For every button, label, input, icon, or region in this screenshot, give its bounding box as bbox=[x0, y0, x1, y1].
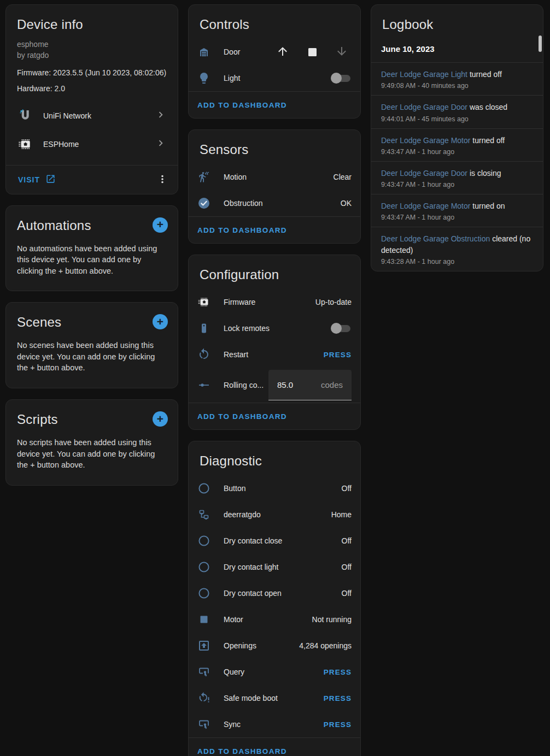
circle-outline-icon bbox=[197, 587, 210, 600]
logbook-entry: Deer Lodge Garage Light turned off 9:49:… bbox=[371, 62, 543, 95]
open-in-new-icon bbox=[45, 174, 56, 186]
sensor-value: OK bbox=[341, 199, 352, 208]
diag-row-openings[interactable]: Openings 4,284 openings bbox=[189, 633, 360, 659]
entity-link[interactable]: Deer Lodge Garage Door bbox=[381, 169, 467, 178]
logbook-timestamp: 9:43:28 AM - 1 hour ago bbox=[381, 258, 533, 265]
gesture-tap-icon bbox=[197, 665, 210, 678]
entity-link[interactable]: Deer Lodge Garage Door bbox=[381, 103, 467, 111]
add-scene-button[interactable]: + bbox=[153, 314, 168, 329]
rolling-code-unit: codes bbox=[321, 380, 343, 389]
controls-title: Controls bbox=[189, 5, 360, 39]
gesture-tap-icon bbox=[197, 718, 210, 731]
scripts-title: Scripts bbox=[6, 400, 69, 434]
control-row-light: Light bbox=[189, 65, 360, 91]
firmware-status: Up-to-date bbox=[315, 298, 352, 306]
lightbulb-icon bbox=[197, 72, 210, 85]
logbook-scrollbar[interactable] bbox=[539, 36, 542, 52]
lock-remotes-toggle[interactable] bbox=[331, 323, 352, 334]
logbook-timestamp: 9:49:08 AM - 40 minutes ago bbox=[381, 82, 533, 90]
door-open-button[interactable] bbox=[276, 45, 289, 58]
circle-outline-icon bbox=[197, 482, 210, 495]
scenes-title: Scenes bbox=[6, 303, 72, 336]
entity-link[interactable]: Deer Lodge Garage Light bbox=[381, 70, 467, 79]
scripts-empty-text: No scripts have been added using this de… bbox=[6, 434, 178, 485]
esphome-chip-icon bbox=[197, 296, 210, 309]
control-row-door: Door bbox=[189, 39, 360, 65]
diagnostic-card: Diagnostic Button Off bbox=[188, 441, 361, 756]
configuration-card: Configuration Firmware Up-to-date bbox=[188, 255, 361, 430]
restart-alert-icon bbox=[197, 692, 210, 705]
entity-link[interactable]: Deer Lodge Garage Motor bbox=[381, 202, 470, 210]
integration-esphome[interactable]: ESPHome bbox=[6, 130, 178, 158]
automations-title: Automations bbox=[6, 206, 102, 240]
light-toggle[interactable] bbox=[331, 73, 352, 84]
integration-unifi-network[interactable]: UniFi Network bbox=[6, 102, 178, 130]
door-stop-button[interactable] bbox=[306, 45, 319, 58]
sensor-value: Clear bbox=[333, 173, 352, 181]
device-hardware: Hardware: 2.0 bbox=[6, 84, 178, 93]
diag-row-query: Query PRESS bbox=[189, 659, 360, 685]
esphome-icon bbox=[17, 136, 33, 152]
config-row-firmware[interactable]: Firmware Up-to-date bbox=[189, 289, 360, 315]
config-row-restart: Restart PRESS bbox=[189, 341, 360, 368]
entity-link[interactable]: Deer Lodge Garage Motor bbox=[381, 136, 470, 145]
remote-icon bbox=[197, 322, 210, 335]
left-column: Device info esphome by ratgdo Firmware: … bbox=[5, 4, 178, 486]
sensor-row-obstruction[interactable]: Obstruction OK bbox=[189, 190, 360, 216]
device-firmware: Firmware: 2023.5.5 (Jun 10 2023, 08:02:0… bbox=[6, 68, 178, 77]
scripts-card: Scripts + No scripts have been added usi… bbox=[5, 399, 178, 486]
slider-icon bbox=[197, 379, 210, 392]
circle-outline-icon bbox=[197, 534, 210, 547]
diag-row-motor[interactable]: Motor Not running bbox=[189, 606, 360, 633]
stop-icon bbox=[308, 48, 317, 56]
automations-card: Automations + No automations have been a… bbox=[5, 205, 178, 292]
logbook-timestamp: 9:43:47 AM - 1 hour ago bbox=[381, 181, 533, 188]
overflow-menu-button[interactable] bbox=[156, 173, 169, 186]
logbook-date-header: June 10, 2023 bbox=[371, 39, 543, 62]
sensors-title: Sensors bbox=[189, 130, 360, 164]
query-press-button[interactable]: PRESS bbox=[324, 668, 352, 676]
diag-row-button[interactable]: Button Off bbox=[189, 475, 360, 501]
scenes-card: Scenes + No scenes have been added using… bbox=[5, 302, 178, 388]
logbook-entry: Deer Lodge Garage Motor turned on 9:43:4… bbox=[371, 194, 543, 227]
chevron-right-icon bbox=[155, 109, 167, 123]
entity-link[interactable]: Deer Lodge Garage Obstruction bbox=[381, 234, 490, 243]
garage-icon bbox=[197, 45, 210, 58]
diag-row-dry-contact-light[interactable]: Dry contact light Off bbox=[189, 554, 360, 580]
device-name: esphome by ratgdo bbox=[6, 39, 178, 61]
safe-mode-boot-press-button[interactable]: PRESS bbox=[324, 694, 352, 702]
device-info-card: Device info esphome by ratgdo Firmware: … bbox=[5, 4, 178, 194]
visit-button[interactable]: VISIT bbox=[15, 174, 59, 186]
middle-column: Controls Door bbox=[188, 4, 361, 756]
diag-row-safe-mode-boot: Safe mode boot PRESS bbox=[189, 685, 360, 711]
diag-row-dry-contact-open[interactable]: Dry contact open Off bbox=[189, 580, 360, 606]
down-arrow-icon bbox=[335, 45, 348, 60]
network-icon bbox=[197, 508, 210, 521]
logbook-timestamp: 9:43:47 AM - 1 hour ago bbox=[381, 148, 533, 156]
automations-empty-text: No automations have been added using thi… bbox=[6, 240, 178, 291]
diag-row-dry-contact-close[interactable]: Dry contact close Off bbox=[189, 528, 360, 554]
sensor-row-motion[interactable]: Motion Clear bbox=[189, 164, 360, 190]
device-info-title: Device info bbox=[6, 5, 178, 39]
door-close-button[interactable] bbox=[335, 45, 348, 58]
device-page: Device info esphome by ratgdo Firmware: … bbox=[0, 0, 550, 756]
diag-row-deerratgdo[interactable]: deerratgdo Home bbox=[189, 501, 360, 528]
add-automation-button[interactable]: + bbox=[153, 217, 168, 233]
diag-row-sync: Sync PRESS bbox=[189, 711, 360, 737]
square-icon bbox=[197, 613, 210, 626]
arrow-up-box-icon bbox=[197, 639, 210, 652]
logbook-entry: Deer Lodge Garage Obstruction cleared (n… bbox=[371, 227, 543, 271]
add-to-dashboard-button[interactable]: ADD TO DASHBOARD bbox=[197, 747, 287, 755]
add-script-button[interactable]: + bbox=[153, 411, 168, 427]
rolling-code-field: codes bbox=[268, 370, 352, 400]
add-to-dashboard-button[interactable]: ADD TO DASHBOARD bbox=[197, 226, 287, 234]
rolling-code-input[interactable] bbox=[277, 380, 310, 389]
config-row-rolling-code: Rolling co... codes bbox=[189, 368, 360, 403]
restart-press-button[interactable]: PRESS bbox=[324, 351, 352, 359]
logbook-entry: Deer Lodge Garage Door is closing 9:43:4… bbox=[371, 161, 543, 194]
sensors-card: Sensors Motion Clear Obstruction OK bbox=[188, 129, 361, 244]
add-to-dashboard-button[interactable]: ADD TO DASHBOARD bbox=[197, 101, 287, 109]
unifi-icon bbox=[17, 108, 33, 124]
add-to-dashboard-button[interactable]: ADD TO DASHBOARD bbox=[197, 412, 287, 421]
sync-press-button[interactable]: PRESS bbox=[324, 720, 352, 729]
